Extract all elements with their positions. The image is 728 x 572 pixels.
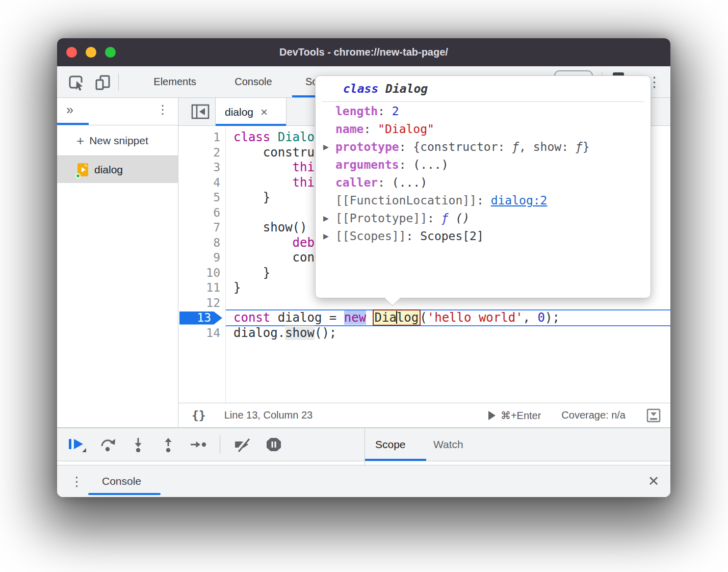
property-name: name <box>335 122 363 136</box>
property-value: {constructor: <box>413 140 512 153</box>
resume-script-icon[interactable] <box>67 436 87 453</box>
run-snippet-icon[interactable] <box>488 411 496 420</box>
property-colon: : <box>399 140 413 153</box>
property-value: "Dialog" <box>378 122 434 136</box>
property-value: (...) <box>392 176 427 189</box>
property-colon: : <box>399 158 413 171</box>
popover-header: class Dialog <box>322 76 644 102</box>
step-icon[interactable] <box>190 438 207 451</box>
toggle-navigator-icon[interactable] <box>191 104 210 119</box>
property-value: } <box>583 140 590 153</box>
code-line-14[interactable]: dialog.show(); <box>178 326 670 341</box>
pretty-print-icon[interactable]: {} <box>192 409 206 422</box>
debugger-toolbar-separator <box>220 435 220 454</box>
function-location-link[interactable]: dialog:2 <box>491 194 548 207</box>
plus-icon: + <box>76 134 84 147</box>
snippet-label: dialog <box>94 164 123 176</box>
coverage-label: Coverage: n/a <box>561 409 626 421</box>
console-drawer: ⋮ Console ✕ <box>57 465 670 497</box>
popover-class-keyword: class <box>343 82 378 95</box>
tab-scope[interactable]: Scope <box>375 428 406 461</box>
new-snippet-label: New snippet <box>89 135 148 147</box>
tab-console[interactable]: Console <box>228 66 279 97</box>
editor-tab-dialog[interactable]: dialog × <box>215 98 287 126</box>
close-tab-icon[interactable]: × <box>261 106 268 118</box>
device-toolbar-icon[interactable] <box>94 74 112 91</box>
property-value: ƒ <box>576 140 583 153</box>
expand-triangle-icon[interactable]: ▶ <box>323 227 329 245</box>
property-value: ƒ <box>512 140 519 153</box>
popover-property-row: name: "Dialog" <box>316 120 651 138</box>
new-snippet-button[interactable]: + New snippet <box>57 125 178 156</box>
property-name: [[FunctionLocation]] <box>335 194 477 207</box>
property-colon: : <box>378 105 392 118</box>
close-drawer-icon[interactable]: ✕ <box>646 470 661 492</box>
property-value: ƒ <box>441 212 449 225</box>
property-colon: : <box>363 122 378 136</box>
popover-property-row[interactable]: ▶[[Scopes]]: Scopes[2] <box>316 227 651 245</box>
property-name: [[Prototype]] <box>335 212 427 225</box>
expand-triangle-icon[interactable]: ▶ <box>323 210 329 227</box>
editor-tab-label: dialog <box>225 106 253 118</box>
snippets-sidebar: » ⋮ + New snippet dialog <box>57 98 178 427</box>
toolbar-separator <box>118 73 119 91</box>
overflow-tabs-icon[interactable]: » <box>66 102 73 117</box>
run-shortcut-label: ⌘+Enter <box>501 409 541 422</box>
popover-property-row: [[FunctionLocation]]: dialog:2 <box>316 192 651 210</box>
property-name: length <box>335 105 378 118</box>
code-line-13[interactable]: const dialog = new Dialog('hello world',… <box>178 310 670 326</box>
title-bar: DevTools - chrome://new-tab-page/ <box>57 38 670 66</box>
panel-divider-continued <box>365 461 365 465</box>
console-tab-underline <box>88 493 161 495</box>
popover-property-row[interactable]: ▶prototype: {constructor: ƒ, show: ƒ} <box>316 138 651 156</box>
popover-class-name: Dialog <box>378 82 428 95</box>
sidebar-active-tab-underline <box>57 123 89 125</box>
step-over-icon[interactable] <box>99 437 117 452</box>
popover-property-row: caller: (...) <box>316 174 651 192</box>
expand-triangle-icon[interactable]: ▶ <box>323 138 329 156</box>
inspect-element-icon[interactable] <box>68 74 85 91</box>
drawer-tab-console[interactable]: Console <box>102 465 141 497</box>
popover-property-row: arguments: (...) <box>316 156 651 174</box>
property-value: 2 <box>392 105 399 118</box>
pause-on-exceptions-icon[interactable] <box>265 436 282 453</box>
editor-status-bar: {} Line 13, Column 23 ⌘+Enter Coverage: … <box>178 403 670 427</box>
property-value: , show: <box>519 140 576 153</box>
property-name: prototype <box>335 140 399 153</box>
expand-bottom-panel-icon[interactable] <box>646 408 661 423</box>
property-value: () <box>449 212 470 225</box>
property-colon: : <box>406 229 420 243</box>
scope-tab-underline <box>365 459 426 461</box>
evaluated-token-highlight: Dialog <box>373 309 421 326</box>
devtools-window: DevTools - chrome://new-tab-page/ Elemen… <box>57 38 670 497</box>
property-name: arguments <box>335 158 399 171</box>
property-colon: : <box>477 194 491 207</box>
popover-property-row: length: 2 <box>316 102 651 120</box>
step-into-icon[interactable] <box>129 437 147 452</box>
tab-elements[interactable]: Elements <box>149 66 200 97</box>
debugger-toolbar: Scope Watch <box>57 428 670 461</box>
property-colon: : <box>378 176 392 189</box>
property-name: caller <box>335 176 378 189</box>
sidebar-more-menu-icon[interactable]: ⋮ <box>157 102 169 117</box>
window-title: DevTools - chrome://new-tab-page/ <box>57 38 670 66</box>
snippet-file-icon <box>77 163 88 176</box>
object-popover: class Dialog length: 2name: "Dialog"▶pro… <box>315 75 651 298</box>
drawer-more-menu-icon[interactable]: ⋮ <box>70 470 81 492</box>
sidebar-header: » ⋮ <box>57 98 178 125</box>
tab-watch[interactable]: Watch <box>433 428 463 461</box>
snippet-modified-dot <box>75 173 81 178</box>
sidebar-item-dialog[interactable]: dialog <box>57 156 178 183</box>
text-cursor <box>396 311 397 324</box>
property-name: [[Scopes]] <box>335 229 406 243</box>
popover-property-row[interactable]: ▶[[Prototype]]: ƒ () <box>316 210 651 227</box>
deactivate-breakpoints-icon[interactable] <box>233 436 252 453</box>
property-colon: : <box>427 212 441 225</box>
property-value: (...) <box>413 158 448 171</box>
panel-divider[interactable] <box>365 428 365 461</box>
property-value: Scopes[2] <box>420 229 484 243</box>
cursor-position-label: Line 13, Column 23 <box>224 409 313 421</box>
step-out-icon[interactable] <box>160 437 177 452</box>
